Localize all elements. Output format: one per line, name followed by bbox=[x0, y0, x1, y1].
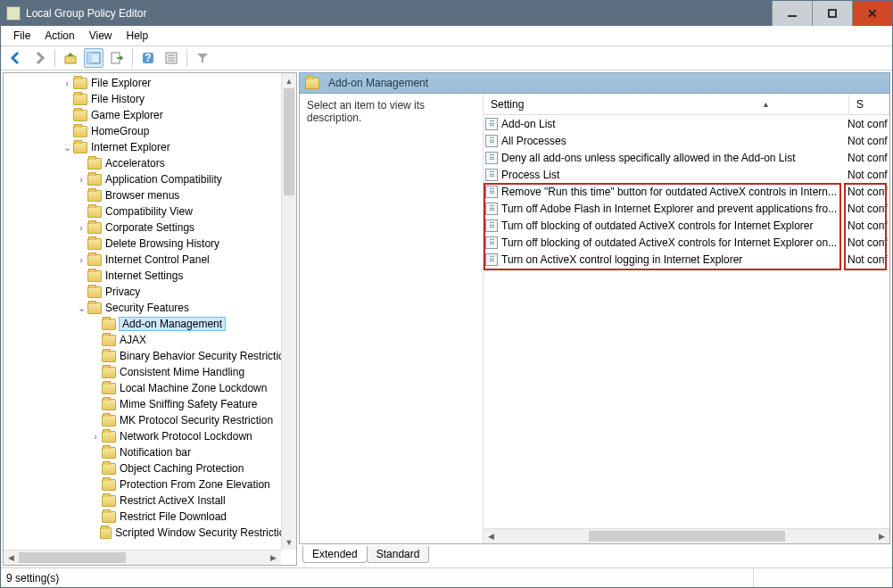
menu-help[interactable]: Help bbox=[120, 28, 156, 44]
close-button[interactable]: ✕ bbox=[852, 1, 892, 26]
folder-icon bbox=[102, 415, 116, 427]
help-button[interactable]: ? bbox=[138, 48, 158, 68]
folder-icon bbox=[87, 174, 102, 186]
tree-horizontal-scrollbar[interactable]: ◀▶ bbox=[4, 550, 281, 565]
tree-item[interactable]: Security Features bbox=[4, 300, 296, 316]
menu-action[interactable]: Action bbox=[37, 28, 81, 44]
view-tabs: Extended Standard bbox=[299, 546, 890, 566]
setting-name: Turn on ActiveX control logging in Inter… bbox=[501, 253, 848, 266]
tree-item[interactable]: Mime Sniffing Safety Feature bbox=[4, 396, 296, 412]
back-button[interactable] bbox=[6, 48, 26, 68]
folder-icon bbox=[73, 78, 87, 89]
window-title: Local Group Policy Editor bbox=[26, 7, 772, 20]
folder-icon bbox=[73, 126, 87, 137]
tree-item-label: Local Machine Zone Lockdown bbox=[120, 382, 267, 394]
tree-expander-icon[interactable] bbox=[75, 254, 87, 265]
setting-row[interactable]: Turn on ActiveX control logging in Inter… bbox=[484, 251, 889, 268]
tab-extended[interactable]: Extended bbox=[302, 546, 368, 563]
setting-name: Add-on List bbox=[501, 118, 848, 130]
settings-horizontal-scrollbar[interactable]: ◀▶ bbox=[484, 528, 889, 543]
tree-item[interactable]: File History bbox=[4, 91, 296, 107]
tree-item[interactable]: Local Machine Zone Lockdown bbox=[4, 380, 296, 396]
setting-state: Not configured bbox=[848, 118, 888, 130]
folder-icon bbox=[102, 335, 116, 346]
tree-item[interactable]: Network Protocol Lockdown bbox=[4, 428, 296, 444]
setting-row[interactable]: Process ListNot configured bbox=[484, 166, 889, 183]
policy-icon bbox=[485, 203, 498, 215]
setting-row[interactable]: Turn off blocking of outdated ActiveX co… bbox=[484, 234, 889, 251]
tree-item[interactable]: Restrict ActiveX Install bbox=[4, 493, 296, 509]
tree-item[interactable]: Internet Control Panel bbox=[4, 252, 296, 268]
tree-item[interactable]: Internet Settings bbox=[4, 268, 296, 284]
menu-file[interactable]: File bbox=[6, 28, 37, 44]
tree-item[interactable]: Corporate Settings bbox=[4, 219, 296, 236]
folder-icon bbox=[87, 286, 102, 298]
tree-item[interactable]: Notification bar bbox=[4, 444, 296, 460]
up-button[interactable] bbox=[61, 48, 80, 68]
tree-item[interactable]: File Explorer bbox=[4, 75, 296, 91]
tree-item[interactable]: Internet Explorer bbox=[4, 139, 296, 155]
tree-item-label: Internet Control Panel bbox=[105, 253, 210, 266]
setting-row[interactable]: Turn off Adobe Flash in Internet Explore… bbox=[484, 200, 889, 217]
setting-name: Turn off blocking of outdated ActiveX co… bbox=[501, 236, 848, 249]
column-state[interactable]: S bbox=[856, 98, 864, 111]
tree-item[interactable]: Protection From Zone Elevation bbox=[4, 476, 296, 493]
show-hide-tree-button[interactable] bbox=[84, 48, 103, 68]
details-title: Add-on Management bbox=[328, 77, 428, 89]
tree-item[interactable]: Delete Browsing History bbox=[4, 236, 296, 252]
tree-item[interactable]: Game Explorer bbox=[4, 107, 296, 123]
tree-item[interactable]: Scripted Window Security Restrictions bbox=[4, 525, 296, 541]
policy-icon bbox=[485, 118, 498, 130]
tree-item[interactable]: Browser menus bbox=[4, 187, 296, 203]
tree-item[interactable]: Restrict File Download bbox=[4, 509, 296, 525]
tree-item[interactable]: Compatibility View bbox=[4, 203, 296, 219]
tree-expander-icon[interactable] bbox=[75, 222, 87, 233]
tree-item-label: File Explorer bbox=[91, 77, 151, 89]
folder-icon bbox=[100, 527, 112, 539]
tree-item-label: Restrict ActiveX Install bbox=[120, 494, 226, 507]
tab-standard[interactable]: Standard bbox=[367, 546, 430, 563]
tree-expander-icon[interactable] bbox=[75, 302, 87, 314]
folder-icon bbox=[87, 158, 102, 170]
tree-item[interactable]: Binary Behavior Security Restrictions bbox=[4, 348, 296, 364]
setting-row[interactable]: All ProcessesNot configured bbox=[484, 132, 889, 149]
tree-item-label: Security Features bbox=[105, 302, 189, 314]
tree-expander-icon[interactable] bbox=[61, 78, 73, 88]
minimize-button[interactable] bbox=[772, 1, 812, 26]
tree-expander-icon[interactable] bbox=[61, 142, 73, 153]
forward-button[interactable] bbox=[29, 48, 49, 68]
tree-expander-icon[interactable] bbox=[75, 174, 87, 185]
tree-item[interactable]: Add-on Management bbox=[4, 316, 296, 332]
tree-item[interactable]: MK Protocol Security Restriction bbox=[4, 412, 296, 428]
maximize-button[interactable] bbox=[812, 1, 852, 26]
tree-vertical-scrollbar[interactable]: ▲▼ bbox=[281, 73, 296, 550]
policy-icon bbox=[485, 169, 498, 181]
column-setting[interactable]: Setting bbox=[491, 98, 524, 111]
folder-icon bbox=[305, 78, 319, 89]
svg-rect-0 bbox=[65, 56, 76, 63]
tree-item-label: HomeGroup bbox=[91, 125, 149, 137]
tree-item[interactable]: Privacy bbox=[4, 284, 296, 300]
setting-name: Deny all add-ons unless specifically all… bbox=[501, 152, 848, 164]
tree-expander-icon[interactable] bbox=[89, 431, 102, 442]
setting-row[interactable]: Turn off blocking of outdated ActiveX co… bbox=[484, 217, 889, 234]
tree-item[interactable]: HomeGroup bbox=[4, 123, 296, 139]
tree-item[interactable]: Object Caching Protection bbox=[4, 460, 296, 476]
policy-icon bbox=[485, 135, 498, 147]
properties-button[interactable] bbox=[161, 48, 181, 68]
setting-row[interactable]: Deny all add-ons unless specifically all… bbox=[484, 149, 889, 166]
export-button[interactable] bbox=[107, 48, 127, 68]
setting-row[interactable]: Remove "Run this time" button for outdat… bbox=[484, 183, 889, 200]
filter-button[interactable] bbox=[193, 48, 212, 68]
tree-item[interactable]: Consistent Mime Handling bbox=[4, 364, 296, 380]
tree-item[interactable]: AJAX bbox=[4, 332, 296, 348]
tree-item-label: Network Protocol Lockdown bbox=[120, 430, 252, 443]
settings-column-header[interactable]: Setting▲ S bbox=[484, 94, 889, 115]
setting-row[interactable]: Add-on ListNot configured bbox=[484, 115, 889, 132]
tree-item-label: Scripted Window Security Restrictions bbox=[115, 526, 296, 539]
tree-item[interactable]: Application Compatibility bbox=[4, 171, 296, 187]
setting-name: Turn off blocking of outdated ActiveX co… bbox=[501, 219, 848, 232]
folder-icon bbox=[102, 463, 116, 475]
menu-view[interactable]: View bbox=[82, 28, 120, 44]
tree-item[interactable]: Accelerators bbox=[4, 155, 296, 171]
